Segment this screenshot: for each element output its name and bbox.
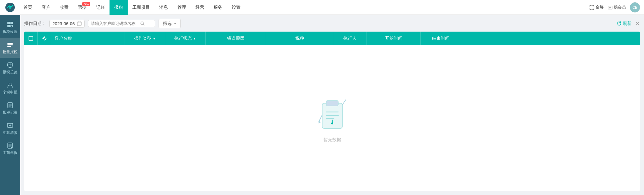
sidebar-item-tax-record[interactable]: 报税记录 [0, 98, 20, 118]
th-error-reason: 错误股因 [206, 32, 266, 45]
gear-icon [42, 36, 47, 41]
table-body: 暂无数据 [24, 45, 640, 191]
th-executor: 执行人 [333, 32, 367, 45]
th-start-time: 开始时间 [367, 32, 421, 45]
sidebar-label-annual-report: 工商年报 [3, 151, 17, 155]
sort-icon-status: ▼ [193, 37, 196, 40]
content-area: 操作日期： 2023-06-06 筛选 [20, 15, 644, 195]
th-customer-name: 客户名称 [51, 32, 125, 45]
svg-line-30 [342, 100, 346, 105]
sidebar-label-personal-tax: 个税申报 [3, 90, 17, 94]
svg-text:CE: CE [633, 6, 637, 9]
sidebar-item-tax-overview[interactable]: 报税总览 [0, 58, 20, 78]
settlement-icon [6, 122, 14, 129]
svg-rect-18 [77, 22, 81, 26]
table-header: 客户名称 操作类型 ▼ 执行状态 ▼ 错误股因 税种 执行人 [24, 32, 640, 45]
sidebar-label-tax-settings: 报税设置 [3, 30, 17, 34]
annual-report-icon [6, 142, 14, 149]
svg-point-17 [11, 147, 12, 148]
sidebar: 报税设置 批量报税 报税总览 [0, 15, 20, 195]
nav-tax[interactable]: 报税 [110, 0, 128, 15]
empty-text: 暂无数据 [324, 137, 341, 143]
nav-business[interactable]: 工商项目 [128, 0, 155, 15]
batch-tax-icon [6, 41, 14, 48]
refresh-button[interactable]: 刷新 [617, 21, 632, 27]
date-input[interactable]: 2023-06-06 [49, 20, 85, 28]
svg-rect-10 [7, 44, 13, 45]
close-button[interactable]: ✕ [635, 21, 640, 27]
select-all-checkbox[interactable] [29, 36, 33, 41]
avatar[interactable]: CE [630, 2, 640, 12]
nav-billing[interactable]: 收费 [55, 0, 73, 15]
svg-point-20 [43, 38, 45, 39]
th-exec-status[interactable]: 执行状态 ▼ [165, 32, 206, 45]
sidebar-item-tax-settings[interactable]: 报税设置 [0, 17, 20, 38]
toolbar: 操作日期： 2023-06-06 筛选 [24, 19, 640, 28]
sort-icon-operation: ▼ [153, 37, 156, 40]
tax-record-icon [6, 102, 14, 109]
search-icon [140, 21, 145, 26]
th-checkbox[interactable] [24, 32, 38, 45]
sidebar-label-settlement: 汇算清缴 [3, 130, 17, 135]
top-navigation: 首页 客户 收费 票据 new 记账 报税 工商项目 消息 管理 经营 服务 设… [0, 0, 644, 15]
sidebar-item-batch-tax[interactable]: 批量报税 [0, 38, 20, 58]
sidebar-item-personal-tax[interactable]: 个税申报 [0, 78, 20, 98]
nav-service[interactable]: 服务 [209, 0, 227, 15]
new-badge: new [82, 2, 90, 6]
nav-home[interactable]: 首页 [19, 0, 37, 15]
toolbar-right: 刷新 ✕ [617, 21, 640, 27]
svg-rect-6 [10, 22, 13, 24]
search-wrap[interactable] [88, 20, 155, 27]
refresh-icon [617, 21, 621, 26]
calendar-icon [77, 21, 82, 26]
nav-accounting[interactable]: 记账 [91, 0, 110, 15]
personal-tax-icon [6, 81, 14, 89]
svg-rect-7 [7, 25, 10, 27]
nav-invoice[interactable]: 票据 new [73, 0, 91, 15]
member-icon [608, 5, 612, 10]
sidebar-label-tax-overview: 报税总览 [3, 70, 17, 74]
fullscreen-icon [590, 5, 594, 10]
nav-message[interactable]: 消息 [155, 0, 173, 15]
nav-operation[interactable]: 经营 [191, 0, 209, 15]
nav-settings[interactable]: 设置 [227, 0, 245, 15]
empty-illustration [312, 93, 352, 133]
tax-overview-icon [6, 61, 14, 69]
fullscreen-button[interactable]: 全屏 [590, 4, 604, 10]
th-tax-type: 税种 [266, 32, 333, 45]
main-layout: 报税设置 批量报税 报税总览 [0, 15, 644, 195]
date-value: 2023-06-06 [52, 21, 75, 26]
svg-line-28 [319, 115, 322, 122]
svg-point-1 [9, 6, 11, 9]
nav-manage[interactable]: 管理 [173, 0, 191, 15]
data-table: 客户名称 操作类型 ▼ 执行状态 ▼ 错误股因 税种 执行人 [24, 32, 640, 191]
sidebar-item-annual-report[interactable]: 工商年报 [0, 139, 20, 159]
search-input[interactable] [91, 21, 138, 26]
svg-rect-11 [7, 46, 11, 47]
sidebar-label-tax-record: 报税记录 [3, 110, 17, 115]
date-label: 操作日期： [24, 21, 46, 27]
th-end-time: 结束时间 [421, 32, 461, 45]
nav-customer[interactable]: 客户 [37, 0, 55, 15]
nav-items: 首页 客户 收费 票据 new 记账 报税 工商项目 消息 管理 经营 服务 设… [19, 0, 590, 15]
svg-rect-5 [7, 22, 10, 24]
th-gear[interactable] [38, 32, 51, 45]
sidebar-label-batch-tax: 批量报税 [3, 50, 17, 54]
filter-button[interactable]: 筛选 [159, 19, 181, 28]
svg-rect-21 [322, 103, 342, 128]
svg-rect-22 [326, 101, 338, 106]
th-operation-type[interactable]: 操作类型 ▼ [125, 32, 165, 45]
tax-settings-icon [6, 21, 14, 28]
sidebar-item-settlement[interactable]: 汇算清缴 [0, 118, 20, 139]
top-nav-right: 全屏 畅会员 CE [590, 2, 640, 12]
chevron-down-icon [173, 22, 176, 25]
svg-marker-29 [318, 121, 320, 123]
svg-rect-9 [7, 43, 13, 44]
member-button[interactable]: 畅会员 [608, 4, 626, 10]
app-logo[interactable] [4, 1, 16, 13]
